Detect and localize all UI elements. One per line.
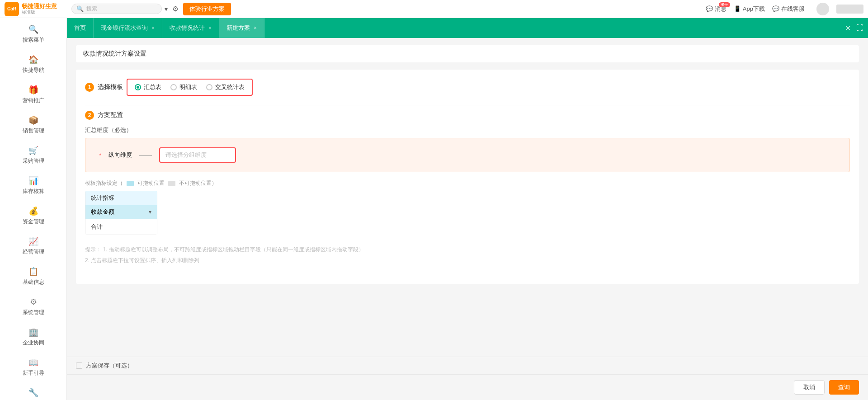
sidebar-item-label: 采购管理: [23, 157, 44, 165]
content-area: 首页 现金银行流水查询 × 收款情况统计 × 新建方案 × ✕ ⛶ 收款情况统计…: [67, 18, 868, 400]
sidebar-item-system[interactable]: ⚙ 系统管理: [0, 291, 66, 321]
metrics-table: 统计指标 收款金额 ▾ 合计: [85, 191, 157, 235]
industry-button[interactable]: 体验行业方案: [183, 3, 231, 15]
tip-2: 2. 点击标题栏下拉可设置排序、插入列和删除列: [85, 255, 850, 266]
sidebar-item-label: 搜索菜单: [23, 36, 44, 44]
query-button[interactable]: 查询: [829, 380, 859, 395]
tab-receipt-stats-close[interactable]: ×: [208, 25, 212, 31]
tab-new-plan[interactable]: 新建方案 ×: [219, 18, 264, 38]
step1-title: 选择模板: [98, 83, 123, 91]
marketing-icon: 🎁: [28, 85, 38, 95]
sidebar-item-management[interactable]: 📈 经营管理: [0, 230, 66, 260]
management-icon: 📈: [28, 236, 38, 246]
sidebar-item-guide[interactable]: 📖 新手引导: [0, 351, 66, 381]
col-header-dropdown-icon[interactable]: ▾: [149, 209, 151, 215]
sidebar-item-marketing[interactable]: 🎁 营销推广: [0, 79, 66, 109]
tab-close-btn[interactable]: ✕: [845, 24, 851, 33]
radio-cross[interactable]: 交叉统计表: [206, 83, 245, 91]
step2-title: 方案配置: [98, 111, 123, 119]
search-menu-icon: 🔍: [28, 24, 38, 34]
tab-receipt-stats[interactable]: 收款情况统计 ×: [162, 18, 219, 38]
metrics-table-header: 统计指标: [85, 191, 157, 205]
sidebar-item-purchase[interactable]: 🛒 采购管理: [0, 139, 66, 169]
vertical-dim-row: * 纵向维度 —— 请选择分组维度: [99, 147, 836, 163]
page-title: 收款情况统计方案设置: [76, 45, 859, 62]
sidebar-item-enterprise[interactable]: 🏢 企业协同: [0, 321, 66, 351]
sidebar-item-sales[interactable]: 📦 销售管理: [0, 109, 66, 139]
sidebar-item-home[interactable]: 🏠 快捷导航: [0, 48, 66, 79]
step2-header: 2 方案配置: [85, 111, 850, 120]
metrics-label-text: 模板指标设定（: [85, 179, 123, 187]
top-bar-right: 💬 消息 99+ 📱 App下载 💬 在线客服: [706, 3, 863, 15]
home-icon: 🏠: [28, 55, 38, 65]
save-option-bar: 方案保存（可选）: [67, 357, 868, 374]
search-icon: 🔍: [76, 5, 84, 12]
radio-detail[interactable]: 明细表: [170, 83, 197, 91]
dimension-area: * 纵向维度 —— 请选择分组维度: [85, 138, 850, 172]
user-avatar[interactable]: [816, 3, 829, 15]
step2-number: 2: [85, 111, 94, 120]
customer-service-item[interactable]: 💬 在线客服: [772, 5, 805, 13]
gear-icon[interactable]: ⚙: [172, 5, 179, 13]
sidebar-item-label: 库存核算: [23, 188, 44, 195]
fixed-hint-box: [168, 181, 175, 186]
radio-cross-circle: [206, 84, 212, 90]
metrics-hint: 模板指标设定（ 可拖动位置 不可拖动位置）: [85, 179, 850, 187]
message-badge: 99+: [719, 2, 730, 7]
system-icon: ⚙: [30, 297, 37, 307]
col-header-cell[interactable]: 收款金额 ▾: [85, 205, 157, 219]
radio-summary-label: 汇总表: [144, 83, 161, 91]
tab-new-plan-label: 新建方案: [226, 24, 250, 32]
sidebar-item-hardware[interactable]: 🔧 智能硬件: [0, 381, 66, 400]
sidebar-item-inventory[interactable]: 📊 库存核算: [0, 169, 66, 200]
sidebar-item-search[interactable]: 🔍 搜索菜单: [0, 18, 66, 48]
draggable-hint-box: [127, 181, 134, 186]
sidebar-item-basic-info[interactable]: 📋 基础信息: [0, 260, 66, 291]
logo-text: 畅捷通好生意: [22, 3, 57, 10]
sidebar-item-finance[interactable]: 💰 资金管理: [0, 200, 66, 230]
user-name: [836, 5, 863, 14]
message-icon: 💬: [706, 5, 713, 12]
radio-detail-label: 明细表: [179, 83, 197, 91]
purchase-icon: 🛒: [28, 146, 38, 155]
top-bar: CaR 畅捷通好生意 标准版 🔍 搜索 ▾ ⚙ 体验行业方案 💬 消息 99+ …: [0, 0, 868, 18]
tab-home[interactable]: 首页: [67, 18, 94, 38]
step2-section: 2 方案配置 汇总维度（必选） * 纵向维度 ——: [85, 111, 850, 266]
cancel-button[interactable]: 取消: [794, 380, 825, 395]
sidebar-item-label: 快捷导航: [23, 66, 44, 74]
save-checkbox[interactable]: [76, 362, 82, 369]
dropdown-icon[interactable]: ▾: [165, 5, 168, 13]
inventory-icon: 📊: [28, 176, 38, 186]
dim-selector[interactable]: 请选择分组维度: [159, 147, 236, 163]
tab-bank-flow[interactable]: 现金银行流水查询 ×: [94, 18, 162, 38]
tab-new-plan-close[interactable]: ×: [254, 25, 257, 31]
logo-badge: 标准版: [22, 9, 57, 15]
app-download-icon: 📱: [734, 5, 741, 12]
col-sub-label: 合计: [91, 223, 103, 230]
tab-maximize-btn[interactable]: ⛶: [856, 24, 863, 32]
message-item[interactable]: 💬 消息 99+: [706, 5, 726, 13]
dim-selector-placeholder: 请选择分组维度: [165, 151, 207, 158]
tab-bank-flow-label: 现金银行流水查询: [101, 24, 148, 32]
vertical-dim-label: 纵向维度: [108, 151, 132, 159]
hint-fixed-label: 不可拖动位置）: [179, 179, 217, 187]
main-layout: 🔍 搜索菜单 🏠 快捷导航 🎁 营销推广 📦 销售管理 🛒 采购管理 📊 库存核…: [0, 18, 868, 400]
radio-cross-label: 交叉统计表: [215, 83, 245, 91]
save-label: 方案保存（可选）: [86, 362, 133, 370]
radio-summary[interactable]: 汇总表: [135, 83, 161, 91]
sidebar-item-label: 营销推广: [23, 97, 44, 104]
metrics-table-header-label: 统计指标: [91, 194, 114, 202]
app-download-label: App下载: [743, 5, 765, 13]
tip-1: 提示： 1. 拖动标题栏可以调整布局，不可跨维度或指标区域拖动栏目字段（只能在同…: [85, 244, 850, 255]
search-box[interactable]: 🔍 搜索: [71, 4, 162, 14]
arrow-icon: ——: [139, 151, 152, 159]
radio-summary-circle: [135, 84, 141, 90]
tab-bank-flow-close[interactable]: ×: [151, 25, 155, 31]
tab-receipt-stats-label: 收款情况统计: [170, 24, 205, 32]
app-download-item[interactable]: 📱 App下载: [734, 5, 765, 13]
basic-info-icon: 📋: [28, 267, 38, 277]
required-star: *: [99, 152, 101, 159]
col-sub-cell: 合计: [85, 219, 157, 235]
dimension-section: 汇总维度（必选） * 纵向维度 —— 请选择分组维度: [85, 126, 850, 172]
sales-icon: 📦: [28, 115, 38, 125]
